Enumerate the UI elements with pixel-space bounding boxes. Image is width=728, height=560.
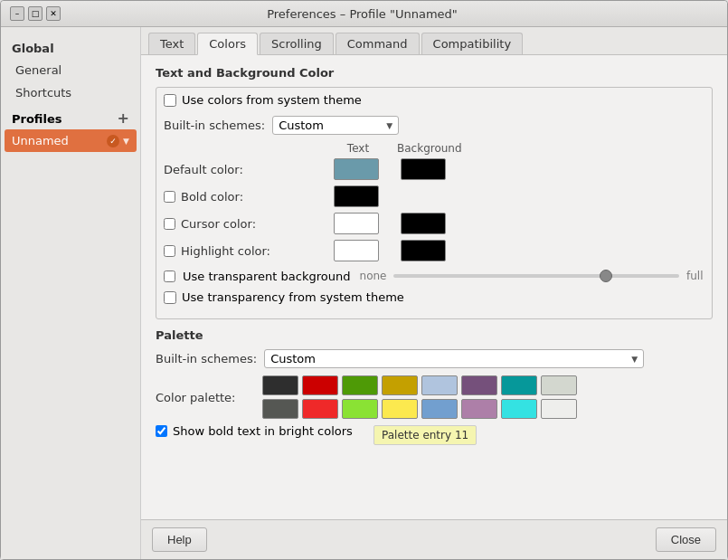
- palette-swatch-1[interactable]: [302, 375, 338, 395]
- bold-color-row: Bold color:: [164, 185, 704, 207]
- palette-swatch-15[interactable]: [541, 399, 577, 419]
- transparency-slider-thumb[interactable]: [600, 270, 612, 282]
- transparency-slider-container: [393, 267, 679, 285]
- transparency-system-label: Use transparency from system theme: [182, 290, 404, 304]
- minimize-button[interactable]: –: [10, 6, 24, 21]
- palette-swatch-9[interactable]: [302, 399, 338, 419]
- palette-scheme-label: Built-in schemes:: [156, 352, 257, 365]
- tabs-bar: Text Colors Scrolling Command Compatibil…: [141, 27, 727, 55]
- default-color-label: Default color:: [164, 163, 326, 176]
- cursor-color-label-row: Cursor color:: [164, 217, 326, 231]
- palette-swatch-14[interactable]: [501, 399, 537, 419]
- tab-scrolling[interactable]: Scrolling: [260, 33, 334, 54]
- palette-scheme-arrow-icon: ▼: [631, 355, 638, 364]
- window-controls: – □ ✕: [10, 6, 61, 21]
- cursor-bg-swatch[interactable]: [401, 213, 446, 234]
- palette-swatch-12[interactable]: [421, 399, 458, 419]
- close-window-button[interactable]: ✕: [46, 6, 61, 21]
- cursor-color-row: Cursor color:: [164, 213, 704, 234]
- palette-swatches: Palette entry 11: [262, 375, 577, 419]
- builtin-schemes-row: Built-in schemes: Custom ▼: [164, 116, 704, 135]
- tab-colors[interactable]: Colors: [197, 33, 258, 55]
- highlight-color-checkbox[interactable]: [164, 245, 175, 257]
- bold-color-label-row: Bold color:: [164, 190, 326, 204]
- show-bold-bright-checkbox[interactable]: [156, 425, 167, 437]
- sidebar-item-shortcuts[interactable]: Shortcuts: [5, 81, 137, 104]
- palette-scheme-select[interactable]: Custom ▼: [264, 349, 644, 368]
- maximize-button[interactable]: □: [28, 6, 43, 21]
- palette-swatch-8[interactable]: [262, 399, 298, 419]
- cursor-color-text: Cursor color:: [181, 217, 256, 231]
- transparent-bg-label: Use transparent background: [183, 270, 350, 283]
- palette-swatch-10[interactable]: [342, 399, 378, 419]
- bold-color-text: Bold color:: [181, 190, 243, 204]
- close-button[interactable]: Close: [656, 527, 716, 552]
- text-bg-section-box: Use colors from system theme Built-in sc…: [156, 87, 713, 319]
- highlight-color-row: Highlight color:: [164, 240, 704, 261]
- default-color-row: Default color:: [164, 158, 704, 180]
- text-header: Text: [336, 142, 381, 155]
- highlight-text-swatch[interactable]: [334, 240, 379, 261]
- show-bold-bright-row: Show bold text in bright colors: [156, 424, 713, 438]
- profile-item-unnamed[interactable]: Unnamed ✓ ▼: [5, 129, 137, 152]
- transparency-none-label: none: [357, 270, 386, 282]
- cursor-color-checkbox[interactable]: [164, 218, 175, 230]
- use-system-theme-checkbox[interactable]: [164, 94, 176, 107]
- global-section-label: Global: [1, 36, 140, 59]
- palette-swatch-13[interactable]: [461, 399, 497, 419]
- transparent-bg-checkbox[interactable]: [164, 271, 175, 282]
- palette-section-title: Palette: [156, 328, 713, 342]
- bold-text-swatch[interactable]: [334, 185, 379, 207]
- palette-swatch-2[interactable]: [342, 375, 378, 395]
- palette-scheme-row: Built-in schemes: Custom ▼: [156, 349, 713, 368]
- tab-command[interactable]: Command: [336, 33, 420, 54]
- add-profile-button[interactable]: +: [118, 111, 129, 126]
- bold-color-checkbox[interactable]: [164, 191, 175, 203]
- tab-compatibility[interactable]: Compatibility: [421, 33, 524, 54]
- background-header: Background: [397, 142, 462, 155]
- palette-scheme-value: Custom: [270, 352, 316, 365]
- palette-row-1: [262, 375, 577, 395]
- window-title: Preferences – Profile "Unnamed": [61, 7, 664, 21]
- default-bg-swatch[interactable]: [401, 158, 446, 180]
- palette-swatch-0[interactable]: [262, 375, 298, 395]
- palette-swatch-11[interactable]: Palette entry 11: [382, 399, 418, 419]
- profiles-header: Profiles +: [1, 104, 140, 129]
- profiles-label: Profiles: [12, 112, 62, 126]
- transparency-system-checkbox[interactable]: [164, 291, 176, 304]
- highlight-bg-swatch[interactable]: [401, 240, 446, 261]
- cursor-text-swatch[interactable]: [334, 213, 379, 234]
- palette-swatch-3[interactable]: [382, 375, 418, 395]
- text-bg-section-title: Text and Background Color: [156, 66, 713, 80]
- help-button[interactable]: Help: [152, 527, 207, 552]
- transparency-slider-track: [393, 274, 679, 278]
- transparent-bg-row: Use transparent background none full: [164, 267, 704, 285]
- palette-swatch-7[interactable]: [541, 375, 577, 395]
- use-system-theme-row: Use colors from system theme: [164, 93, 704, 107]
- transparency-full-label: full: [686, 270, 704, 282]
- preferences-window: – □ ✕ Preferences – Profile "Unnamed" Gl…: [0, 0, 728, 560]
- palette-swatch-6[interactable]: [501, 375, 537, 395]
- titlebar: – □ ✕ Preferences – Profile "Unnamed": [1, 1, 727, 27]
- palette-swatch-5[interactable]: [461, 375, 497, 395]
- right-panel: Text Colors Scrolling Command Compatibil…: [141, 27, 727, 559]
- builtin-schemes-select[interactable]: Custom ▼: [272, 116, 399, 135]
- profile-name: Unnamed: [12, 134, 69, 147]
- bottom-bar: Help Close: [141, 519, 727, 559]
- show-bold-bright-label: Show bold text in bright colors: [173, 424, 353, 438]
- profile-active-icon: ✓: [107, 135, 119, 147]
- builtin-schemes-arrow-icon: ▼: [386, 121, 392, 130]
- highlight-color-label-row: Highlight color:: [164, 244, 326, 258]
- default-text-swatch[interactable]: [334, 158, 379, 180]
- palette-color-label: Color palette:: [156, 391, 255, 404]
- highlight-color-text: Highlight color:: [181, 244, 270, 258]
- palette-colors-row: Color palette:: [156, 375, 713, 419]
- palette-swatch-4[interactable]: [421, 375, 458, 395]
- palette-row-2: Palette entry 11: [262, 399, 577, 419]
- sidebar-item-general[interactable]: General: [5, 59, 137, 81]
- builtin-schemes-label: Built-in schemes:: [164, 119, 265, 132]
- builtin-schemes-value: Custom: [279, 119, 324, 132]
- transparency-system-row: Use transparency from system theme: [164, 290, 704, 304]
- color-column-headers: Text Background: [336, 142, 704, 155]
- tab-text[interactable]: Text: [148, 33, 195, 54]
